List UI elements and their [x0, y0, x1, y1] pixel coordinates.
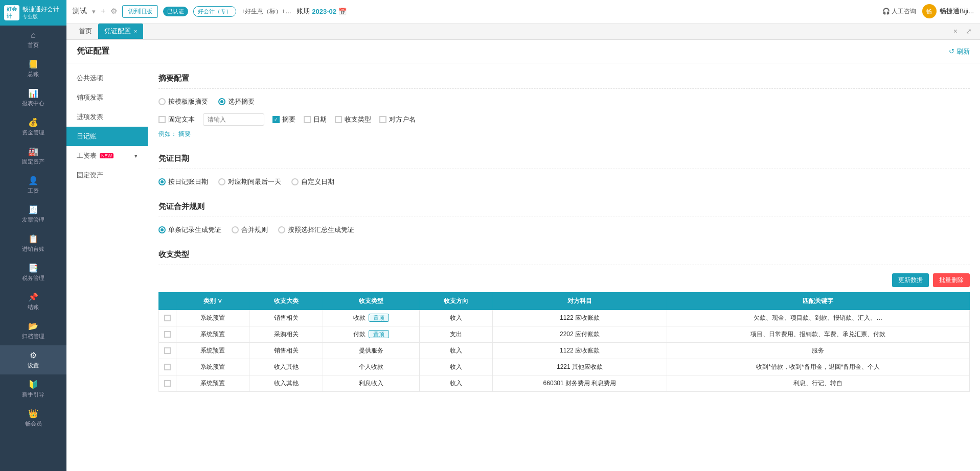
- tab-close-icon[interactable]: ×: [134, 28, 137, 34]
- sidebar-item-进销台账[interactable]: 📋进销台账: [0, 229, 66, 258]
- sidebar-item-报表中心[interactable]: 📊报表中心: [0, 83, 66, 112]
- income-expense-title: 收支类型: [158, 250, 970, 265]
- row-subject: 1122 应收账款: [493, 310, 667, 326]
- switch-version-button[interactable]: 切到旧版: [122, 5, 158, 18]
- help-button[interactable]: 🎧 人工咨询: [882, 7, 916, 16]
- summary-checkbox-row: 固定文本 ✓ 摘要 日期 收支类型: [158, 113, 970, 126]
- radio-single-record[interactable]: 单条记录生成凭证: [158, 225, 221, 234]
- tab-bar-actions: × ⤢: [951, 26, 974, 36]
- sidebar-label-总账: 总账: [28, 70, 39, 78]
- row-checkbox-cell[interactable]: [159, 310, 176, 326]
- header-checkbox-cell[interactable]: [159, 293, 176, 310]
- fixed-text-input[interactable]: [203, 113, 264, 126]
- tab-voucher-config[interactable]: 凭证配置 ×: [98, 23, 143, 39]
- sidebar-icon-首页: ⌂: [31, 31, 36, 40]
- window-expand-icon[interactable]: ⤢: [964, 26, 974, 36]
- logo-text: 畅捷通好会计 专业版: [22, 6, 59, 20]
- row-checkbox[interactable]: [164, 315, 171, 321]
- sidebar-icon-设置: ⚙: [30, 350, 37, 360]
- sidebar-item-归档管理[interactable]: 📂归档管理: [0, 316, 66, 345]
- row-checkbox[interactable]: [164, 380, 171, 387]
- radio-last-day[interactable]: 对应期间最后一天: [218, 177, 281, 186]
- expand-icon[interactable]: ▾: [134, 153, 138, 159]
- col-category: 类别 ∨: [176, 293, 249, 310]
- left-nav-label-固定资产: 固定资产: [77, 171, 103, 180]
- col-keywords: 匹配关键字: [667, 293, 969, 310]
- batch-delete-button[interactable]: 批量删除: [933, 273, 970, 287]
- sidebar-icon-税务管理: 📑: [28, 263, 38, 273]
- refresh-icon: ↺: [949, 48, 954, 55]
- topbar-gear-icon[interactable]: ⚙: [110, 7, 117, 16]
- sidebar-item-首页[interactable]: ⌂首页: [0, 26, 66, 54]
- row-major: 收入其他: [249, 359, 323, 375]
- sidebar-item-发票管理[interactable]: 🧾发票管理: [0, 200, 66, 229]
- company-dropdown-icon[interactable]: ▾: [92, 8, 96, 15]
- row-major: 采购相关: [249, 326, 323, 343]
- tag-reset[interactable]: 置顶: [369, 330, 389, 338]
- sidebar-item-畅会员[interactable]: 👑畅会员: [0, 404, 66, 433]
- checkbox-fixed-text[interactable]: 固定文本: [158, 115, 195, 124]
- row-checkbox[interactable]: [164, 331, 171, 338]
- radio-merge-rules-circle: [232, 226, 239, 233]
- checkbox-counterpart-name[interactable]: 对方户名: [379, 115, 416, 124]
- refresh-button[interactable]: ↺ 刷新: [949, 47, 970, 56]
- checkbox-summary[interactable]: ✓ 摘要: [272, 115, 295, 124]
- left-nav-item-公共选项[interactable]: 公共选项: [66, 68, 148, 88]
- row-category: 系统预置: [176, 310, 249, 326]
- select-all-checkbox[interactable]: [164, 298, 171, 304]
- radio-template-summary[interactable]: 按模板版摘要: [158, 97, 208, 106]
- row-direction: 收入: [419, 359, 492, 375]
- checkbox-counterpart-name-box: [379, 116, 386, 123]
- radio-choose-summary-circle: [218, 98, 225, 105]
- left-nav-item-进项发票[interactable]: 进项发票: [66, 107, 148, 127]
- update-data-button[interactable]: 更新数据: [892, 273, 929, 287]
- calendar-icon[interactable]: 📅: [338, 8, 347, 15]
- sidebar-item-新手引导[interactable]: 🔰新手引导: [0, 374, 66, 404]
- checkbox-date[interactable]: 日期: [304, 115, 327, 124]
- sidebar-item-固定资产[interactable]: 🏭固定资产: [0, 142, 66, 171]
- sidebar-label-设置: 设置: [28, 362, 39, 369]
- sidebar-icon-进销台账: 📋: [28, 234, 38, 244]
- left-nav-item-销项发票[interactable]: 销项发票: [66, 88, 148, 107]
- sidebar-label-畅会员: 畅会员: [25, 420, 42, 428]
- sidebar-label-结账: 结账: [28, 303, 39, 311]
- checkbox-fixed-text-box: [158, 116, 166, 123]
- row-major: 销售相关: [249, 310, 323, 326]
- tab-home[interactable]: 首页: [73, 23, 98, 39]
- row-category: 系统预置: [176, 343, 249, 359]
- sidebar-item-税务管理[interactable]: 📑税务管理: [0, 258, 66, 287]
- tag-reset[interactable]: 置顶: [369, 314, 389, 322]
- sidebar-item-设置[interactable]: ⚙设置: [0, 345, 66, 374]
- merge-rules-title: 凭证合并规则: [158, 202, 970, 217]
- row-checkbox[interactable]: [164, 364, 171, 370]
- window-close-icon[interactable]: ×: [951, 26, 960, 36]
- radio-template-summary-circle: [158, 98, 166, 105]
- voucher-date-section: 凭证日期 按日记账日期 对应期间最后一天 自定义日期: [158, 154, 970, 186]
- radio-merge-rules[interactable]: 合并规则: [232, 225, 268, 234]
- row-checkbox-cell[interactable]: [159, 359, 176, 375]
- sidebar-item-资金管理[interactable]: 💰资金管理: [0, 112, 66, 142]
- left-nav-item-日记账[interactable]: 日记账: [66, 127, 148, 146]
- user-menu[interactable]: 畅 畅捷通Biji...: [922, 4, 974, 18]
- sidebar-item-工资[interactable]: 👤工资: [0, 171, 66, 200]
- sidebar-item-结账[interactable]: 📌结账: [0, 287, 66, 316]
- checkbox-income-type[interactable]: 收支类型: [335, 115, 371, 124]
- summary-example: 例如： 摘要: [158, 130, 970, 138]
- voucher-date-title: 凭证日期: [158, 154, 970, 169]
- tag2-label: +好生意（标）+…: [241, 7, 291, 16]
- radio-journal-date-circle: [158, 178, 166, 185]
- sidebar-item-总账[interactable]: 📒总账: [0, 54, 66, 83]
- row-checkbox[interactable]: [164, 347, 171, 354]
- radio-choose-summary[interactable]: 选择摘要: [218, 97, 255, 106]
- row-checkbox-cell[interactable]: [159, 375, 176, 392]
- radio-custom-date[interactable]: 自定义日期: [291, 177, 334, 186]
- sidebar-label-工资: 工资: [28, 187, 39, 195]
- radio-journal-date[interactable]: 按日记账日期: [158, 177, 208, 186]
- left-nav-item-固定资产[interactable]: 固定资产: [66, 166, 148, 185]
- sidebar-label-资金管理: 资金管理: [22, 129, 44, 136]
- row-checkbox-cell[interactable]: [159, 326, 176, 343]
- row-checkbox-cell[interactable]: [159, 343, 176, 359]
- radio-aggregate[interactable]: 按照选择汇总生成凭证: [278, 225, 354, 234]
- left-nav-item-工资表[interactable]: 工资表NEW▾: [66, 146, 148, 166]
- topbar-plus-icon[interactable]: +: [101, 7, 105, 16]
